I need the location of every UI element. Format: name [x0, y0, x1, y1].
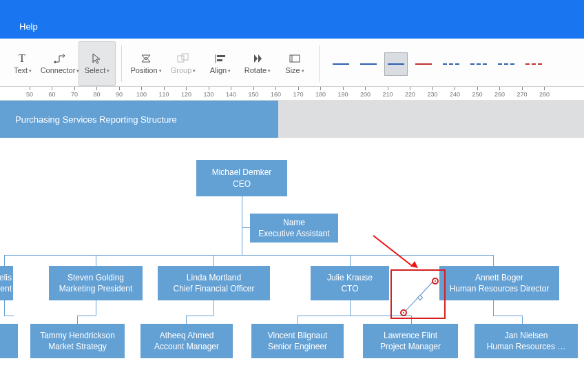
org-node[interactable]: Linda MortlandChief Financial Officer: [158, 266, 270, 300]
text-icon: T: [16, 52, 30, 65]
ruler-tick: 100: [141, 87, 142, 101]
line-style-swatch[interactable]: [467, 52, 490, 76]
connector: [522, 316, 523, 324]
ruler-tick: 70: [74, 87, 75, 101]
selection-box[interactable]: [390, 269, 446, 319]
ruler-tick: 150: [253, 87, 254, 101]
diagram-title-bar: Purchasing Services Reporting Structure: [0, 101, 278, 138]
org-node[interactable]: Julie KrauseCTO: [311, 266, 389, 300]
rotate-icon: [251, 52, 264, 65]
connector: [493, 300, 494, 316]
connector: [186, 316, 213, 316]
ruler-tick: 60: [52, 87, 52, 101]
ruler-tick: 140: [231, 87, 231, 101]
connector: [350, 255, 351, 266]
connector-handle-end[interactable]: [432, 278, 439, 285]
connector: [4, 316, 14, 316]
line-style-swatch[interactable]: [357, 52, 380, 76]
connector: [213, 300, 214, 316]
connector: [493, 316, 522, 316]
ruler-tick: 190: [343, 87, 344, 101]
ruler-tick: 120: [186, 87, 187, 101]
connector: [350, 300, 351, 316]
ruler-tick: 50: [30, 87, 30, 101]
svg-rect-6: [217, 59, 222, 61]
svg-text:T: T: [19, 52, 25, 64]
connector: [186, 316, 187, 324]
org-node[interactable]: Steven GoldingMarketing President: [49, 266, 143, 300]
ruler-tick: 90: [119, 87, 120, 101]
ruler-tick: 200: [365, 87, 366, 101]
ruler-tick: 110: [164, 87, 165, 101]
connector-icon: [53, 52, 67, 65]
canvas[interactable]: Purchasing Services Reporting Structure …: [0, 101, 584, 392]
svg-rect-2: [178, 56, 184, 62]
org-node[interactable]: Annett BogerHuman Resources Director: [439, 266, 559, 300]
position-button[interactable]: Position ▾: [127, 41, 165, 86]
header-gray: [278, 101, 584, 138]
line-style-swatch[interactable]: [439, 52, 463, 76]
svg-rect-5: [217, 55, 225, 57]
line-style-swatch[interactable]: [522, 52, 545, 76]
line-style-swatch[interactable]: [412, 52, 435, 76]
org-node-ea[interactable]: NameExecutive Assistant: [250, 214, 338, 243]
connector: [242, 196, 242, 214]
org-node[interactable]: Jan NielsenHuman Resources …: [474, 324, 578, 358]
ruler-tick: 160: [275, 87, 276, 101]
titlebar: Help: [0, 0, 584, 39]
line-style-gallery: [325, 41, 550, 86]
svg-rect-7: [290, 55, 300, 62]
position-icon: [139, 52, 153, 65]
connector: [4, 255, 5, 266]
align-button[interactable]: Align ▾: [202, 41, 239, 86]
group-icon: [176, 52, 190, 65]
ruler-tick: 180: [320, 87, 321, 101]
org-node[interactable]: Atheeq AhmedAccount Manager: [140, 324, 233, 358]
connector: [493, 255, 494, 266]
org-node[interactable]: [0, 324, 18, 358]
rotate-button[interactable]: Rotate ▾: [239, 41, 276, 86]
ruler-tick: 240: [455, 87, 455, 101]
org-node[interactable]: Lawrence FlintProject Manager: [363, 324, 458, 358]
connector: [213, 255, 214, 266]
connector-handle-start[interactable]: [400, 309, 407, 316]
line-style-swatch[interactable]: [329, 52, 353, 76]
ruler-tick: 220: [410, 87, 410, 101]
connector: [242, 214, 242, 255]
ruler-tick: 260: [499, 87, 500, 101]
connector: [4, 255, 493, 256]
size-button[interactable]: Size ▾: [276, 41, 313, 86]
ruler-tick: 230: [432, 87, 433, 101]
line-style-swatch[interactable]: [384, 52, 408, 76]
org-node[interactable]: Vincent BlignautSenior Engineer: [251, 324, 344, 358]
org-node-ceo[interactable]: Michael DemkerCEO: [196, 160, 287, 196]
help-menu[interactable]: Help: [19, 21, 38, 32]
ruler-tick: 210: [388, 87, 388, 101]
connector: [96, 255, 96, 266]
connector-tool-button[interactable]: Connector ▾: [41, 41, 79, 86]
org-node[interactable]: elisdent: [0, 266, 13, 300]
ruler-tick: 250: [477, 87, 478, 101]
diagram-title: Purchasing Services Reporting Structure: [15, 114, 177, 125]
group-button: Group ▾: [165, 41, 202, 86]
text-tool-button[interactable]: T Text ▾: [4, 41, 41, 86]
ruler: 5060708090100110120130140150160170180190…: [0, 87, 584, 101]
line-style-swatch[interactable]: [494, 52, 518, 76]
ruler-tick: 130: [209, 87, 209, 101]
ruler-tick: 270: [522, 87, 523, 101]
annotation-arrow: [373, 235, 423, 236]
ruler-tick: 170: [298, 87, 299, 101]
align-icon: [213, 52, 227, 65]
cursor-icon: [90, 52, 104, 65]
connector: [4, 300, 5, 316]
connector: [77, 316, 78, 324]
connector: [298, 316, 298, 324]
select-tool-button[interactable]: Select ▾: [79, 41, 116, 86]
connector: [77, 316, 96, 316]
org-node[interactable]: Tammy HendricksonMarket Strategy: [30, 324, 125, 358]
connector: [96, 300, 96, 316]
svg-rect-3: [182, 54, 188, 60]
size-icon: [288, 52, 302, 65]
ruler-tick: 80: [96, 87, 97, 101]
ribbon: T Text ▾ Connector ▾ Select ▾ Position ▾…: [0, 39, 584, 87]
